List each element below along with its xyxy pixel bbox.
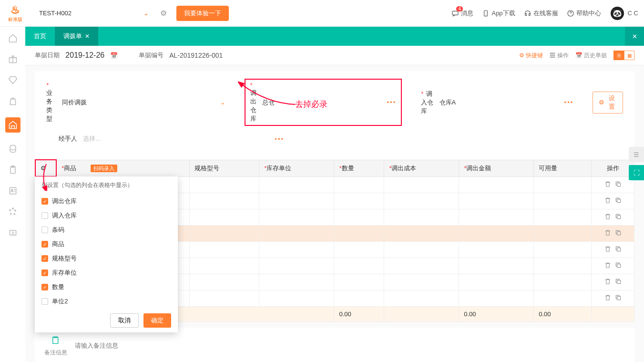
checkbox[interactable] xyxy=(41,227,48,233)
checkbox[interactable] xyxy=(41,269,48,276)
copy-icon[interactable] xyxy=(615,262,622,269)
try-button[interactable]: 我要体验一下 xyxy=(176,6,229,21)
out-warehouse-value: 总仓 xyxy=(262,98,291,107)
biz-type-field[interactable]: * 业务类型 同价调拨 ⌄ xyxy=(46,82,225,123)
confirm-button[interactable]: 确定 xyxy=(143,313,171,328)
svg-rect-17 xyxy=(617,199,620,202)
main-area: 首页 调拨单 ✕ ✕ 单据日期 2019-12-26 📅 单据编号 AL-201… xyxy=(25,27,644,362)
nav-clipboard-icon[interactable] xyxy=(8,165,18,175)
th-cost: *调出成本 xyxy=(384,160,459,176)
nav-bag-icon[interactable] xyxy=(8,96,18,106)
footer-amount: 0.00 xyxy=(459,306,534,321)
logo: ♨ 标准版 xyxy=(6,4,25,23)
delete-icon[interactable] xyxy=(604,229,611,236)
more-icon[interactable]: ••• xyxy=(564,99,574,106)
delete-icon[interactable] xyxy=(604,278,611,285)
column-settings-button-highlighted[interactable]: ⚙ xyxy=(35,160,56,176)
expand-icon[interactable]: ⛶ xyxy=(629,165,644,180)
note-icon: 🗒 xyxy=(51,334,61,347)
remarks-input[interactable] xyxy=(75,342,625,349)
column-option[interactable]: 单位2 xyxy=(41,294,171,309)
nav-gift-icon[interactable] xyxy=(8,54,18,64)
svg-rect-18 xyxy=(617,215,620,218)
history-link[interactable]: 📅 历史单据 xyxy=(575,52,607,60)
checkbox[interactable] xyxy=(41,198,48,205)
delete-icon[interactable] xyxy=(604,181,611,187)
checkbox[interactable] xyxy=(41,212,48,219)
delete-icon[interactable] xyxy=(604,262,611,269)
config-button[interactable]: ⚙ 设置 xyxy=(593,92,623,114)
top-header: ♨ 标准版 TEST-H002 ⌄ ⚙ 我要体验一下 消息 4 App下载 在线… xyxy=(0,0,644,27)
th-qty: *数量 xyxy=(334,160,384,176)
form-card: * 业务类型 同价调拨 ⌄ * 调出仓库 总仓 ••• * 调入仓库 仓库A •… xyxy=(35,71,634,159)
help-link[interactable]: 帮助中心 xyxy=(567,9,601,18)
nav-home-icon[interactable] xyxy=(8,33,18,43)
column-option[interactable]: 规格型号 xyxy=(41,251,171,266)
svg-rect-0 xyxy=(452,11,458,15)
org-select[interactable]: TEST-H002 ⌄ xyxy=(34,6,153,21)
th-spec: 规格型号 xyxy=(189,160,259,176)
code-label: 单据编号 xyxy=(139,51,164,60)
close-all-tabs[interactable]: ✕ xyxy=(625,27,644,46)
delete-icon[interactable] xyxy=(604,246,611,252)
copy-icon[interactable] xyxy=(615,181,622,187)
support-link[interactable]: 在线客服 xyxy=(524,9,558,18)
more-icon[interactable]: ••• xyxy=(387,99,397,106)
calendar-icon[interactable]: 📅 xyxy=(110,52,118,59)
collapse-icon[interactable]: ☰ xyxy=(629,147,644,162)
popover-list[interactable]: 调出仓库调入仓库条码商品规格型号库存单位数量单位2 xyxy=(35,194,178,309)
headset-icon xyxy=(524,10,532,17)
handler-field[interactable]: 经手人 选择... ••• xyxy=(59,134,284,143)
tab-home[interactable]: 首页 xyxy=(25,27,55,46)
delete-icon[interactable] xyxy=(604,213,611,220)
scan-input-button[interactable]: 扫码录入 xyxy=(91,165,117,172)
nav-contact-icon[interactable] xyxy=(8,186,18,196)
copy-icon[interactable] xyxy=(615,229,622,236)
date-label: 单据日期 xyxy=(35,51,60,60)
copy-icon[interactable] xyxy=(615,213,622,220)
nav-diamond-icon[interactable] xyxy=(8,75,18,85)
hotkey-link[interactable]: ⚙ 快捷键 xyxy=(519,52,543,60)
nav-money-icon[interactable] xyxy=(8,144,18,154)
view-grid[interactable]: ▦ xyxy=(624,51,634,60)
view-list[interactable]: ☰ xyxy=(613,51,624,60)
column-option[interactable]: 库存单位 xyxy=(41,266,171,280)
nav-new-icon[interactable]: 新 xyxy=(8,228,18,238)
app-download-link[interactable]: App下载 xyxy=(482,9,515,18)
column-option[interactable]: 商品 xyxy=(41,237,171,251)
checkbox[interactable] xyxy=(41,241,48,248)
floating-toolbar: ☰ ⛶ xyxy=(629,147,644,180)
cancel-button[interactable]: 取消 xyxy=(110,313,139,328)
nav-warehouse-icon[interactable] xyxy=(5,117,20,133)
more-icon[interactable]: ••• xyxy=(275,135,284,143)
checkbox[interactable] xyxy=(41,298,48,305)
column-option[interactable]: 调入仓库 xyxy=(41,208,171,223)
close-icon[interactable]: ✕ xyxy=(85,33,90,40)
column-option-label: 单位2 xyxy=(52,297,68,306)
avatar[interactable]: 🐼 xyxy=(611,7,624,20)
svg-point-11 xyxy=(14,214,15,215)
copy-icon[interactable] xyxy=(615,246,622,252)
column-option[interactable]: 数量 xyxy=(41,280,171,294)
copy-icon[interactable] xyxy=(615,278,622,285)
delete-icon[interactable] xyxy=(604,197,611,204)
gear-icon[interactable]: ⚙ xyxy=(160,9,167,18)
delete-icon[interactable] xyxy=(604,294,611,301)
nav-loading-icon[interactable] xyxy=(8,207,18,217)
column-option[interactable]: 调出仓库 xyxy=(41,194,171,208)
column-option-label: 调入仓库 xyxy=(52,211,77,220)
th-product: *商品扫码录入 xyxy=(56,160,189,176)
logo-text: 标准版 xyxy=(8,16,22,23)
out-warehouse-field-highlighted[interactable]: * 调出仓库 总仓 ••• xyxy=(245,79,402,126)
remarks-section: 🗒 备注信息 xyxy=(35,328,634,362)
in-warehouse-field[interactable]: * 调入仓库 仓库A ••• xyxy=(421,90,573,115)
copy-icon[interactable] xyxy=(615,197,622,204)
date-value[interactable]: 2019-12-26 xyxy=(65,51,104,60)
checkbox[interactable] xyxy=(41,255,48,262)
copy-icon[interactable] xyxy=(615,294,622,301)
column-option[interactable]: 条码 xyxy=(41,223,171,237)
messages-link[interactable]: 消息 4 xyxy=(451,9,473,18)
checkbox[interactable] xyxy=(41,284,48,290)
ops-link[interactable]: ☰ 操作 xyxy=(550,52,568,60)
tab-transfer-order[interactable]: 调拨单 ✕ xyxy=(55,27,98,46)
